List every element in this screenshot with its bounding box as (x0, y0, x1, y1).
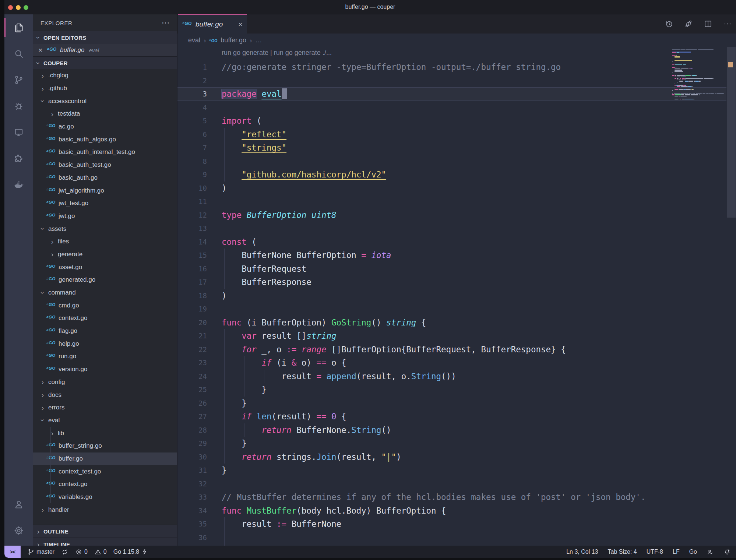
tree-folder-handler[interactable]: ›handler (33, 503, 177, 516)
tree-file-run-go[interactable]: GOrun.go (33, 350, 177, 363)
tree-file-buffer-string-go[interactable]: GObuffer_string.go (33, 440, 177, 452)
code-line-27[interactable]: 27 if len(result) == 0 { (177, 410, 736, 423)
tree-folder-lib[interactable]: ›lib (33, 427, 177, 440)
open-changes-icon[interactable] (684, 19, 693, 29)
tree-file-basic-auth-internal-test-go[interactable]: GObasic_auth_internal_test.go (33, 146, 177, 159)
tree-file-basic-auth-algos-go[interactable]: GObasic_auth_algos.go (33, 133, 177, 146)
code-line-15[interactable]: 15 BufferNone BufferOption = iota (177, 249, 736, 262)
tree-file-variables-go[interactable]: GOvariables.go (33, 491, 177, 504)
status-ln-3-col-13[interactable]: Ln 3, Col 13 (566, 549, 598, 555)
code-line-28[interactable]: 28 return BufferNone.String() (177, 423, 736, 437)
status-utf-8[interactable]: UTF-8 (647, 549, 663, 555)
remote-indicator[interactable]: >< (4, 546, 21, 558)
open-editors-section-header[interactable]: › OPEN EDITORS (33, 31, 177, 44)
tree-file-version-go[interactable]: GOversion.go (33, 363, 177, 376)
breadcrumb-item--[interactable]: … (255, 36, 262, 44)
status-tab-size-4[interactable]: Tab Size: 4 (608, 549, 637, 555)
code-line-20[interactable]: 20func (i BufferOption) GoString() strin… (177, 316, 736, 330)
status-go[interactable]: Go (689, 549, 697, 555)
code-line-32[interactable]: 32 (177, 477, 736, 491)
close-tab-icon[interactable]: × (238, 20, 243, 29)
tree-file-context-test-go[interactable]: GOcontext_test.go (33, 465, 177, 478)
code-line-13[interactable]: 13 (177, 222, 736, 235)
code-line-7[interactable]: 7 "strings" (177, 141, 736, 155)
code-line-11[interactable]: 11 (177, 195, 736, 208)
activity-bar-item-accounts[interactable] (4, 491, 33, 517)
code-line-24[interactable]: 24 result = append(result, o.String()) (177, 370, 736, 383)
tree-folder-eval[interactable]: ›eval (33, 414, 177, 427)
code-line-18[interactable]: 18) (177, 289, 736, 303)
code-line-17[interactable]: 17 BufferResponse (177, 275, 736, 289)
status-warning[interactable]: 0 (94, 548, 107, 556)
code-line-3[interactable]: 3package eval (177, 87, 736, 101)
tree-file-generated-go[interactable]: GOgenerated.go (33, 274, 177, 286)
activity-bar-item-remote-explorer[interactable] (4, 119, 33, 145)
code-line-5[interactable]: 5import ( (177, 114, 736, 128)
tree-folder--github[interactable]: ›.github (33, 82, 177, 95)
tree-file-context-go[interactable]: GOcontext.go (33, 312, 177, 325)
tree-folder-errors[interactable]: ›errors (33, 401, 177, 414)
code-line-31[interactable]: 31} (177, 464, 736, 477)
code-line-30[interactable]: 30 return strings.Join(result, "|") (177, 450, 736, 464)
activity-bar-item-docker[interactable] (4, 171, 33, 197)
tree-file-context-go[interactable]: GOcontext.go (33, 478, 177, 491)
tree-folder-command[interactable]: ›command (33, 286, 177, 299)
breadcrumb-item-eval[interactable]: eval (188, 36, 200, 44)
tree-folder-testdata[interactable]: ›testdata (33, 108, 177, 120)
tree-file-basic-auth-go[interactable]: GObasic_auth.go (33, 172, 177, 184)
code-editor[interactable]: run go generate | run go generate ./... … (177, 47, 736, 546)
close-icon[interactable]: × (38, 46, 44, 54)
code-line-33[interactable]: 33// MustBuffer determines if any of the… (177, 490, 736, 504)
tree-file-buffer-go[interactable]: GObuffer.go (33, 452, 177, 465)
tree-folder-accesscontrol[interactable]: ›accesscontrol (33, 95, 177, 108)
tree-file-cmd-go[interactable]: GOcmd.go (33, 299, 177, 312)
status-error[interactable]: 0 (75, 548, 88, 556)
code-line-29[interactable]: 29 } (177, 437, 736, 450)
tree-file-asset-go[interactable]: GOasset.go (33, 261, 177, 274)
tree-file-jwt-go[interactable]: GOjwt.go (33, 210, 177, 223)
outline-section-header[interactable]: › OUTLINE (33, 525, 177, 538)
code-line-14[interactable]: 14const ( (177, 235, 736, 249)
open-editor-item-buffer-go[interactable]: × GO buffer.go eval (33, 44, 177, 56)
tree-folder--chglog[interactable]: ›.chglog (33, 69, 177, 82)
code-line-9[interactable]: 9 "github.com/hashicorp/hcl/v2" (177, 168, 736, 182)
tree-file-help-go[interactable]: GOhelp.go (33, 337, 177, 350)
code-line-21[interactable]: 21 var result []string (177, 329, 736, 343)
status-feedback[interactable] (707, 548, 714, 556)
code-line-8[interactable]: 8 (177, 155, 736, 168)
tree-folder-assets[interactable]: ›assets (33, 222, 177, 235)
code-line-34[interactable]: 34func MustBuffer(body hcl.Body) BufferO… (177, 504, 736, 518)
status-lf[interactable]: LF (673, 549, 680, 555)
tree-file-basic-auth-test-go[interactable]: GObasic_auth_test.go (33, 159, 177, 172)
more-actions-icon[interactable]: ⋯ (161, 18, 170, 28)
code-line-12[interactable]: 12type BufferOption uint8 (177, 208, 736, 222)
activity-bar-item-search[interactable] (4, 40, 33, 67)
code-line-26[interactable]: 26 } (177, 397, 736, 410)
more-actions-icon[interactable] (723, 19, 732, 29)
tab-buffer-go[interactable]: GO buffer.go × (178, 14, 247, 34)
code-line-35[interactable]: 35 result := BufferNone (177, 517, 736, 531)
status-bell[interactable] (723, 548, 731, 556)
status-branch[interactable]: master (27, 548, 54, 556)
tree-folder-files[interactable]: ›files (33, 235, 177, 248)
tree-file-flag-go[interactable]: GOflag.go (33, 325, 177, 338)
tree-folder-config[interactable]: ›config (33, 376, 177, 389)
timeline-section-header[interactable]: › TIMELINE (33, 538, 177, 546)
project-section-header[interactable]: › COUPER (33, 56, 177, 69)
activity-bar-item-source-control[interactable] (4, 67, 33, 93)
activity-bar-item-explorer[interactable] (4, 14, 33, 40)
code-line-2[interactable]: 2 (177, 74, 736, 88)
code-line-25[interactable]: 25 } (177, 383, 736, 397)
tree-folder-generate[interactable]: ›generate (33, 248, 177, 261)
status-sync[interactable] (61, 548, 68, 556)
tree-file-ac-go[interactable]: GOac.go (33, 120, 177, 133)
code-line-36[interactable]: 36 (177, 531, 736, 545)
code-line-4[interactable]: 4 (177, 101, 736, 115)
code-line-6[interactable]: 6 "reflect" (177, 128, 736, 141)
activity-bar-item-run-and-debug[interactable] (4, 93, 33, 119)
activity-bar-item-settings[interactable] (4, 517, 33, 543)
code-line-1[interactable]: 1//go:generate stringer -type=BufferOpti… (177, 60, 736, 74)
codelens-run-go-generate[interactable]: run go generate | run go generate ./... (222, 49, 332, 57)
open-timeline-icon[interactable] (664, 19, 674, 29)
split-editor-icon[interactable] (703, 19, 713, 29)
